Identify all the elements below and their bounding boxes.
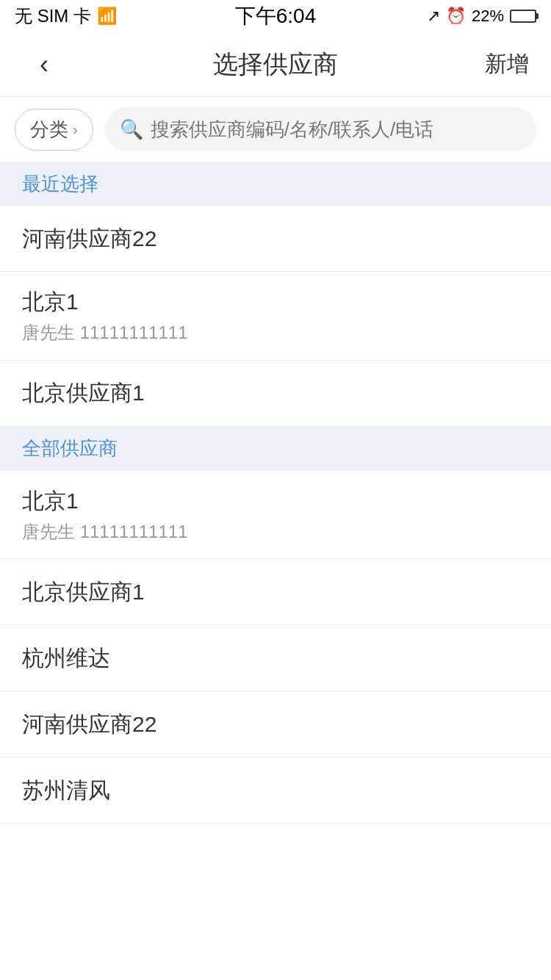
battery-percent: 22%: [472, 7, 504, 26]
search-input[interactable]: [151, 118, 522, 141]
list-item[interactable]: 北京1唐先生 11111111111: [0, 471, 551, 560]
supplier-contact: 唐先生 11111111111: [22, 519, 529, 544]
list-item[interactable]: 杭州维达: [0, 625, 551, 691]
recent-section-label: 最近选择: [22, 171, 98, 197]
supplier-name: 河南供应商22: [22, 223, 529, 254]
list-item[interactable]: 河南供应商22: [0, 206, 551, 272]
list-item[interactable]: 北京供应商1: [0, 361, 551, 427]
add-button[interactable]: 新增: [485, 49, 529, 79]
location-icon: ↗: [427, 7, 440, 26]
list-item[interactable]: 北京供应商1: [0, 559, 551, 625]
alarm-icon: ⏰: [446, 7, 466, 26]
recent-list: 河南供应商22北京1唐先生 11111111111北京供应商1: [0, 206, 551, 427]
list-item[interactable]: 北京1唐先生 11111111111: [0, 272, 551, 361]
supplier-name: 杭州维达: [22, 643, 529, 674]
category-button[interactable]: 分类 ›: [15, 109, 93, 151]
carrier-text: 无 SIM 卡: [15, 4, 91, 28]
all-section-header: 全部供应商: [0, 427, 551, 471]
status-right: ↗ ⏰ 22%: [427, 7, 536, 26]
recent-section-header: 最近选择: [0, 162, 551, 206]
supplier-name: 北京供应商1: [22, 378, 529, 408]
list-item[interactable]: 河南供应商22: [0, 691, 551, 757]
search-icon: 🔍: [120, 118, 143, 141]
all-list: 北京1唐先生 11111111111北京供应商1杭州维达河南供应商22苏州清风: [0, 471, 551, 824]
supplier-name: 河南供应商22: [22, 709, 529, 740]
supplier-contact: 唐先生 11111111111: [22, 320, 529, 345]
wifi-icon: 📶: [97, 7, 117, 26]
back-icon: ‹: [40, 49, 48, 80]
search-box[interactable]: 🔍: [105, 107, 536, 151]
supplier-name: 苏州清风: [22, 775, 529, 806]
page-title: 选择供应商: [213, 48, 338, 82]
status-time: 下午6:04: [235, 2, 317, 30]
chevron-right-icon: ›: [73, 121, 78, 138]
supplier-name: 北京1: [22, 287, 529, 317]
back-button[interactable]: ‹: [22, 43, 66, 87]
status-left: 无 SIM 卡 📶: [15, 4, 117, 28]
category-label: 分类: [30, 117, 68, 143]
supplier-name: 北京1: [22, 486, 529, 516]
filter-bar: 分类 › 🔍: [0, 97, 551, 162]
all-section-label: 全部供应商: [22, 436, 118, 461]
battery-icon: [510, 10, 536, 23]
status-bar: 无 SIM 卡 📶 下午6:04 ↗ ⏰ 22%: [0, 0, 551, 32]
nav-bar: ‹ 选择供应商 新增: [0, 32, 551, 97]
supplier-name: 北京供应商1: [22, 577, 529, 608]
list-item[interactable]: 苏州清风: [0, 757, 551, 824]
